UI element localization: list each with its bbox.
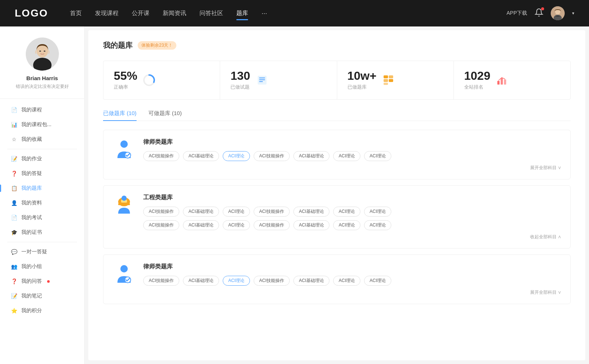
sidebar-item-notes[interactable]: 📝 我的笔记: [0, 289, 84, 303]
expand-button-lawyer-1[interactable]: 展开全部科目 ∨: [143, 165, 561, 171]
nav-link-open[interactable]: 公开课: [132, 10, 149, 17]
sidebar: Brian Harris 错误的决定比没有决定要好 📄 我的课程 📊 我的课程包…: [0, 26, 85, 364]
svg-rect-17: [389, 79, 393, 82]
l2-tag-1[interactable]: ACI技能操作: [143, 276, 179, 286]
notification-bell[interactable]: [535, 8, 543, 18]
tag-3[interactable]: ACI理论: [223, 151, 250, 161]
user-avatar: [26, 38, 59, 71]
eng-tag-11[interactable]: ACI技能操作: [254, 220, 290, 230]
sidebar-item-certificate[interactable]: 🎓 我的证书: [0, 225, 84, 240]
eng-tag-4[interactable]: ACI技能操作: [254, 207, 290, 217]
sidebar-item-group[interactable]: 👥 我的小组: [0, 259, 84, 274]
main-content: 我的题库 体验剩余23天！ 55% 正确率: [88, 30, 585, 360]
layout: Brian Harris 错误的决定比没有决定要好 📄 我的课程 📊 我的课程包…: [0, 26, 589, 364]
expand-button-lawyer-2[interactable]: 展开全部科目 ∨: [143, 289, 561, 296]
tag-5[interactable]: ACI基础理论: [293, 151, 329, 161]
bank-tags-engineer-row2: ACI技能操作 ACI基础理论 ACI理论 ACI技能操作 ACI基础理论 AC…: [143, 220, 561, 230]
tag-2[interactable]: ACI基础理论: [183, 151, 219, 161]
tab-available-banks[interactable]: 可做题库 (10): [148, 110, 182, 121]
svg-rect-18: [384, 83, 388, 85]
sidebar-item-my-courses[interactable]: 📄 我的课程: [0, 103, 84, 117]
page-title: 我的题库: [103, 40, 133, 50]
bank-content-lawyer-2: 律师类题库 ACI技能操作 ACI基础理论 ACI理论 ACI技能操作 ACI基…: [143, 263, 561, 296]
sidebar-item-bank[interactable]: 📋 我的题库: [0, 181, 84, 196]
favorites-icon: ☆: [11, 136, 17, 142]
tag-4[interactable]: ACI技能操作: [254, 151, 290, 161]
nav-link-bank[interactable]: 题库: [236, 10, 248, 17]
tag-7[interactable]: ACI理论: [364, 151, 391, 161]
l2-tag-6[interactable]: ACI理论: [333, 276, 360, 286]
eng-tag-14[interactable]: ACI理论: [364, 220, 391, 230]
svg-rect-14: [384, 75, 388, 78]
my-qa-icon: ❓: [11, 278, 17, 284]
engineer-icon: [112, 194, 136, 217]
eng-tag-3[interactable]: ACI理论: [223, 207, 250, 217]
tag-1[interactable]: ACI技能操作: [143, 151, 179, 161]
sidebar-divider-2: [7, 242, 77, 242]
sidebar-item-questions[interactable]: ❓ 我的答疑: [0, 166, 84, 181]
sidebar-item-exam[interactable]: 📄 我的考试: [0, 210, 84, 225]
sidebar-item-1on1[interactable]: 💬 一对一答疑: [0, 245, 84, 259]
stat-rank-label: 全站排名: [464, 84, 490, 90]
nav-link-home[interactable]: 首页: [70, 10, 82, 17]
eng-tag-5[interactable]: ACI基础理论: [293, 207, 329, 217]
questions-icon: ❓: [11, 171, 17, 176]
eng-tag-6[interactable]: ACI理论: [333, 207, 360, 217]
stat-accuracy: 55% 正确率: [103, 61, 220, 99]
nav-link-news[interactable]: 新闻资讯: [163, 10, 186, 17]
nav-link-qa[interactable]: 问答社区: [200, 10, 223, 17]
l2-tag-7[interactable]: ACI理论: [364, 276, 391, 286]
avatar[interactable]: [551, 6, 565, 20]
collapse-button-engineer[interactable]: 收起全部科目 ∧: [143, 234, 561, 240]
sidebar-item-favorites[interactable]: ☆ 我的收藏: [0, 132, 84, 147]
lawyer-icon: [112, 138, 136, 162]
accuracy-icon: [142, 74, 156, 87]
nav-logo[interactable]: LOGO: [15, 7, 48, 19]
bank-content-lawyer-1: 律师类题库 ACI技能操作 ACI基础理论 ACI理论 ACI技能操作 ACI基…: [143, 138, 561, 171]
eng-tag-1[interactable]: ACI技能操作: [143, 207, 179, 217]
stat-done-banks: 10w+ 已做题库: [337, 61, 454, 99]
sidebar-item-my-qa[interactable]: ❓ 我的问答: [0, 274, 84, 289]
lawyer-icon-2: [112, 263, 136, 286]
eng-tag-10[interactable]: ACI理论: [223, 220, 250, 230]
l2-tag-2[interactable]: ACI基础理论: [183, 276, 219, 286]
page-header: 我的题库 体验剩余23天！: [103, 40, 571, 50]
sidebar-item-profile[interactable]: 👤 我的资料: [0, 196, 84, 210]
tag-6[interactable]: ACI理论: [333, 151, 360, 161]
sidebar-divider-1: [7, 149, 77, 149]
bank-tags-lawyer-2: ACI技能操作 ACI基础理论 ACI理论 ACI技能操作 ACI基础理论 AC…: [143, 276, 561, 286]
sidebar-item-points[interactable]: ⭐ 我的积分: [0, 303, 84, 318]
sidebar-item-homework[interactable]: 📝 我的作业: [0, 151, 84, 166]
eng-tag-2[interactable]: ACI基础理论: [183, 207, 219, 217]
bank-icon: 📋: [11, 185, 17, 191]
sidebar-username: Brian Harris: [27, 75, 58, 81]
bank-title-engineer: 工程类题库: [143, 194, 561, 201]
nav-right: APP下载 ▾: [507, 6, 574, 20]
eng-tag-7[interactable]: ACI理论: [364, 207, 391, 217]
eng-tag-8[interactable]: ACI技能操作: [143, 220, 179, 230]
l2-tag-5[interactable]: ACI基础理论: [293, 276, 329, 286]
sidebar-item-course-pack[interactable]: 📊 我的课程包...: [0, 117, 84, 132]
svg-rect-20: [501, 78, 503, 85]
l2-tag-4[interactable]: ACI技能操作: [254, 276, 290, 286]
courses-icon: 📄: [11, 107, 17, 113]
tab-done-banks[interactable]: 已做题库 (10): [103, 110, 137, 121]
stat-done-value: 130: [230, 70, 250, 82]
bank-card-lawyer-1: 律师类题库 ACI技能操作 ACI基础理论 ACI理论 ACI技能操作 ACI基…: [103, 130, 571, 179]
bank-tags-lawyer-1: ACI技能操作 ACI基础理论 ACI理论 ACI技能操作 ACI基础理论 AC…: [143, 151, 561, 161]
points-icon: ⭐: [11, 308, 17, 314]
chart-icon: [495, 74, 509, 87]
svg-rect-15: [389, 75, 393, 78]
l2-tag-3[interactable]: ACI理论: [223, 276, 250, 286]
app-download-button[interactable]: APP下载: [507, 10, 527, 17]
list-icon: [255, 74, 269, 87]
nav-link-discover[interactable]: 发现课程: [95, 10, 119, 17]
eng-tag-12[interactable]: ACI基础理论: [293, 220, 329, 230]
eng-tag-13[interactable]: ACI理论: [333, 220, 360, 230]
nav-link-more[interactable]: ···: [261, 10, 267, 17]
tabs-row: 已做题库 (10) 可做题库 (10): [103, 110, 571, 121]
stat-done-exercises: 130 已做试题: [220, 61, 337, 99]
nav-dropdown-arrow[interactable]: ▾: [572, 11, 574, 16]
eng-tag-9[interactable]: ACI基础理论: [183, 220, 219, 230]
nav-links: 首页 发现课程 公开课 新闻资讯 问答社区 题库 ···: [70, 10, 507, 17]
